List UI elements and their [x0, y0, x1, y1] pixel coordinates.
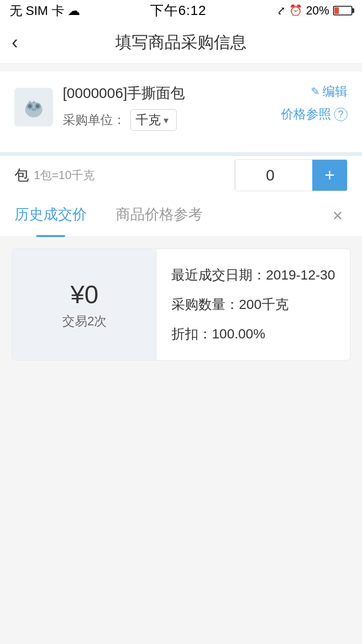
discount-row: 折扣：100.00% — [171, 323, 335, 345]
price-card-container: ¥0 交易2次 最近成交日期：2019-12-30 采购数量：200千克 折扣：… — [0, 237, 362, 372]
discount-value: 100.00% — [212, 326, 265, 341]
quantity-input[interactable] — [235, 160, 312, 191]
price-left: ¥0 交易2次 — [12, 249, 157, 360]
alarm-icon: ⏰ — [289, 4, 302, 17]
price-ref-help-icon: ? — [334, 108, 348, 121]
product-thumbnail — [14, 88, 53, 126]
status-bar: 无 SIM 卡 ☁ 下午6:12 ⤤ ⏰ 20% — [0, 0, 362, 21]
sim-signal-text: 无 SIM 卡 ☁ — [10, 2, 80, 19]
unit-label: 采购单位： — [63, 112, 125, 128]
svg-point-3 — [28, 104, 32, 108]
qty-unit: 包 — [14, 166, 29, 185]
product-section: [0000006]手撕面包 采购单位： 千克 ▾ ✎ 编辑 价格参照 ? — [0, 71, 362, 152]
svg-point-5 — [31, 108, 36, 111]
unit-dropdown-arrow: ▾ — [164, 114, 168, 126]
page-title: 填写商品采购信息 — [115, 31, 247, 54]
battery-icon — [333, 6, 352, 15]
edit-icon: ✎ — [311, 85, 320, 98]
quantity-label: 包 1包=10千克 — [14, 166, 95, 185]
purchase-qty-row: 采购数量：200千克 — [171, 294, 335, 316]
recent-date-row: 最近成交日期：2019-12-30 — [171, 265, 335, 286]
purchase-qty-value: 200千克 — [239, 297, 289, 312]
product-name: [0000006]手撕面包 — [63, 83, 185, 103]
svg-point-4 — [36, 104, 40, 108]
product-logo — [19, 93, 48, 122]
product-left: [0000006]手撕面包 采购单位： 千克 ▾ — [14, 83, 185, 131]
product-right: ✎ 编辑 价格参照 ? — [281, 83, 348, 123]
quantity-control: + — [235, 159, 348, 191]
discount-label: 折扣： — [171, 326, 212, 341]
quantity-row: 包 1包=10千克 + — [0, 156, 362, 195]
recent-date-value: 2019-12-30 — [266, 267, 335, 282]
svg-marker-7 — [28, 100, 32, 103]
qty-plus-button[interactable]: + — [312, 160, 347, 191]
status-left: 无 SIM 卡 ☁ — [10, 2, 80, 19]
tabs-left: 历史成交价 商品价格参考 — [14, 195, 203, 237]
price-ref-label: 价格参照 — [281, 106, 331, 123]
tabs-section: 历史成交价 商品价格参考 × ¥0 交易2次 最近成交日期：2019-12-30… — [0, 195, 362, 372]
product-unit-row: 采购单位： 千克 ▾ — [63, 109, 185, 131]
tab-market[interactable]: 商品价格参考 — [116, 195, 203, 237]
product-header: [0000006]手撕面包 采购单位： 千克 ▾ ✎ 编辑 价格参照 ? — [14, 83, 348, 131]
price-ref-button[interactable]: 价格参照 ? — [281, 106, 348, 123]
back-button[interactable]: ‹ — [12, 31, 18, 53]
tabs-bar: 历史成交价 商品价格参考 × — [0, 195, 362, 237]
location-icon: ⤤ — [277, 4, 285, 17]
status-time: 下午6:12 — [150, 1, 207, 20]
nav-bar: ‹ 填写商品采购信息 — [0, 21, 362, 64]
recent-date-label: 最近成交日期： — [171, 267, 266, 282]
divider — [0, 152, 362, 156]
close-icon: × — [333, 206, 343, 225]
tab-close-button[interactable]: × — [328, 201, 348, 231]
product-info: [0000006]手撕面包 采购单位： 千克 ▾ — [63, 83, 185, 131]
price-trades: 交易2次 — [62, 313, 107, 330]
edit-label: 编辑 — [322, 83, 348, 100]
unit-value: 千克 — [136, 112, 161, 128]
qty-conversion: 1包=10千克 — [34, 168, 95, 183]
battery-percent: 20% — [306, 4, 329, 17]
svg-marker-6 — [32, 100, 36, 103]
unit-select[interactable]: 千克 ▾ — [130, 109, 177, 131]
edit-button[interactable]: ✎ 编辑 — [311, 83, 348, 100]
status-right: ⤤ ⏰ 20% — [277, 4, 352, 17]
price-amount: ¥0 — [70, 280, 98, 309]
back-icon: ‹ — [12, 31, 18, 53]
purchase-qty-label: 采购数量： — [171, 297, 239, 312]
price-right: 最近成交日期：2019-12-30 采购数量：200千克 折扣：100.00% — [157, 249, 350, 360]
tab-history[interactable]: 历史成交价 — [14, 195, 87, 237]
price-card: ¥0 交易2次 最近成交日期：2019-12-30 采购数量：200千克 折扣：… — [12, 249, 350, 361]
